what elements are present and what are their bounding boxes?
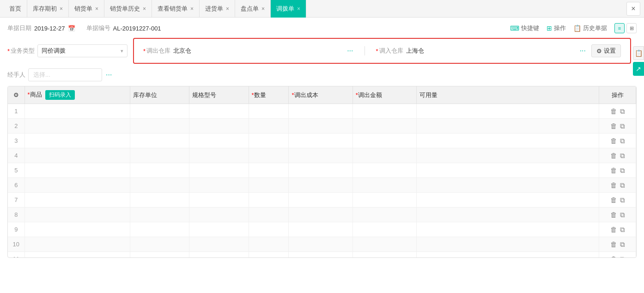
history-action[interactable]: 📋 历史单据 [573,24,607,32]
table-scroll-area[interactable]: ⚙ *商品 扫码录入 库存单位 规格型号 *数量 *调出成本 *调出金额 可用量… [8,86,636,257]
cell-unit[interactable] [130,119,189,134]
cell-product[interactable] [24,148,130,163]
warehouse-out-dots[interactable]: ··· [347,47,353,55]
settings-button[interactable]: ⚙ 设置 [591,44,621,57]
cell-spec[interactable] [189,222,249,237]
cell-qty[interactable] [249,208,289,222]
shortcuts-action[interactable]: ⌨ 快捷键 [510,24,539,32]
cell-available[interactable] [417,104,599,119]
cell-amount[interactable] [352,252,416,258]
cell-spec[interactable] [189,237,249,252]
cell-available[interactable] [417,193,599,208]
cell-unit[interactable] [130,134,189,148]
cell-available[interactable] [417,222,599,237]
cell-unit[interactable] [130,252,189,258]
sidebar-doc-icon[interactable]: 📋 [633,46,644,60]
delete-icon[interactable]: 🗑 [610,181,617,189]
cell-spec[interactable] [189,208,249,222]
cell-product[interactable] [24,208,130,222]
calendar-icon[interactable]: 📅 [68,25,75,32]
tab-sales-order[interactable]: 销货单 × [69,0,104,18]
cell-unit[interactable] [130,163,189,178]
operations-action[interactable]: ⊞ 操作 [547,24,566,32]
cell-qty[interactable] [249,222,289,237]
delete-icon[interactable]: 🗑 [610,255,617,258]
cell-amount[interactable] [352,119,416,134]
cell-cost[interactable] [289,163,352,178]
cell-product[interactable] [24,222,130,237]
delete-icon[interactable]: 🗑 [610,196,617,204]
window-close-button[interactable]: × [626,2,640,16]
cell-unit[interactable] [130,193,189,208]
cell-product[interactable] [24,237,130,252]
cell-available[interactable] [417,252,599,258]
copy-icon[interactable]: ⧉ [620,166,625,175]
warehouse-in-dots[interactable]: ··· [580,47,586,55]
cell-product[interactable] [24,163,130,178]
tab-close-purchase[interactable]: × [226,6,229,12]
copy-icon[interactable]: ⧉ [620,137,625,145]
cell-cost[interactable] [289,252,352,258]
cell-available[interactable] [417,163,599,178]
delete-icon[interactable]: 🗑 [610,152,617,160]
tab-home[interactable]: 首页 [4,0,27,18]
copy-icon[interactable]: ⧉ [620,196,625,204]
cell-cost[interactable] [289,148,352,163]
cell-amount[interactable] [352,208,416,222]
tab-transfer[interactable]: 调拨单 × [271,0,306,18]
gear-icon[interactable]: ⚙ [13,92,19,98]
scan-button[interactable]: 扫码录入 [45,90,75,100]
copy-icon[interactable]: ⧉ [620,240,625,249]
delete-icon[interactable]: 🗑 [610,211,617,219]
business-type-select[interactable]: 同价调拨 ▾ [37,44,128,57]
cell-spec[interactable] [189,252,249,258]
tab-close-stocktake[interactable]: × [261,6,265,12]
cell-product[interactable] [24,252,130,258]
delete-icon[interactable]: 🗑 [610,240,617,249]
cell-amount[interactable] [352,237,416,252]
cell-amount[interactable] [352,104,416,119]
agent-select[interactable]: 选择... [28,68,102,81]
cell-qty[interactable] [249,119,289,134]
cell-amount[interactable] [352,178,416,193]
cell-cost[interactable] [289,237,352,252]
cell-product[interactable] [24,134,130,148]
tab-close-sales-history[interactable]: × [143,6,146,12]
copy-icon[interactable]: ⧉ [620,107,625,116]
cell-amount[interactable] [352,222,416,237]
delete-icon[interactable]: 🗑 [610,107,617,116]
tab-close-sales-order[interactable]: × [95,6,98,12]
cell-qty[interactable] [249,252,289,258]
cell-cost[interactable] [289,193,352,208]
layout-grid-btn[interactable]: ⊞ [626,23,637,33]
layout-list-btn[interactable]: ≡ [614,23,625,33]
cell-spec[interactable] [189,119,249,134]
cell-available[interactable] [417,119,599,134]
cell-available[interactable] [417,178,599,193]
cell-unit[interactable] [130,222,189,237]
delete-icon[interactable]: 🗑 [610,166,617,175]
tab-inventory-init[interactable]: 库存期初 × [27,0,69,18]
cell-available[interactable] [417,134,599,148]
cell-amount[interactable] [352,193,416,208]
cell-spec[interactable] [189,163,249,178]
cell-spec[interactable] [189,148,249,163]
cell-qty[interactable] [249,148,289,163]
cell-qty[interactable] [249,104,289,119]
cell-cost[interactable] [289,104,352,119]
tab-close-transfer[interactable]: × [297,6,300,12]
copy-icon[interactable]: ⧉ [620,226,625,234]
cell-available[interactable] [417,237,599,252]
tab-sales-history[interactable]: 销货单历史 × [104,0,152,18]
delete-icon[interactable]: 🗑 [610,226,617,234]
cell-qty[interactable] [249,178,289,193]
cell-unit[interactable] [130,104,189,119]
cell-unit[interactable] [130,208,189,222]
cell-product[interactable] [24,119,130,134]
copy-icon[interactable]: ⧉ [620,152,625,160]
cell-cost[interactable] [289,119,352,134]
cell-spec[interactable] [189,104,249,119]
sidebar-expand-icon[interactable]: ↗ [633,62,644,76]
cell-unit[interactable] [130,148,189,163]
cell-available[interactable] [417,208,599,222]
